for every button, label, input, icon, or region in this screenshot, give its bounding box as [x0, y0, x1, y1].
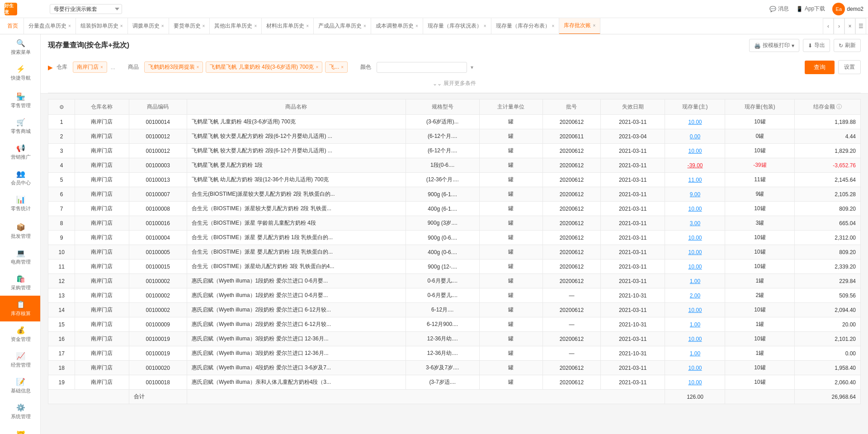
cell-qty-main[interactable]: 10.00: [665, 303, 725, 317]
tab-close-icon[interactable]: ×: [68, 24, 71, 28]
cell-amount: 2,094.40: [795, 303, 861, 317]
tab-xiancunzhuang[interactable]: 现存量（库存状况表） ×: [423, 18, 491, 34]
cell-qty-main[interactable]: 10.00: [665, 332, 725, 346]
settings-button[interactable]: 设置: [838, 60, 861, 74]
sidebar-item-marketing[interactable]: 📢 营销推广: [0, 139, 40, 165]
sidebar-item-system[interactable]: ⚙️ 系统管理: [0, 399, 40, 425]
query-button[interactable]: 查询: [805, 61, 835, 74]
col-warehouse[interactable]: 仓库名称: [75, 99, 129, 115]
sidebar-item-inventory[interactable]: 📋 库存核算: [0, 296, 40, 321]
col-batch[interactable]: 批号: [542, 99, 601, 115]
tab-zuzhuang[interactable]: 组装拆卸单历史 ×: [76, 18, 128, 34]
tab-xiancunfenbu[interactable]: 现存量（库存分布表） ×: [491, 18, 560, 34]
sidebar-item-collab[interactable]: 🤝 企业协同: [0, 425, 40, 434]
cell-expire: 2021-03-11: [601, 245, 665, 259]
cell-qty-main[interactable]: 10.00: [665, 375, 725, 390]
table-row: 3 南岸门店 00100012 飞鹤星飞帆 较大婴儿配方奶粉 2段(6-12个月…: [48, 144, 861, 158]
cell-qty-main[interactable]: 1.00: [665, 317, 725, 332]
tab-menu-btn[interactable]: ☰: [855, 18, 866, 34]
col-qty-main[interactable]: 现存量(主): [665, 99, 725, 115]
cell-qty-main[interactable]: 3.00: [665, 216, 725, 231]
export-btn[interactable]: ⬇ 导出: [803, 39, 830, 52]
tab-home[interactable]: 首页: [2, 18, 24, 34]
cell-name: 惠氏启赋（Wyeth illuma）2段奶粉 爱尔兰进口 6-12月较...: [187, 317, 406, 332]
expand-conditions-btn[interactable]: ⌄⌄ 展开更多条件: [48, 78, 861, 89]
tab-close-icon[interactable]: ×: [415, 24, 418, 28]
sidebar-item-ecommerce[interactable]: 💻 电商管理: [0, 244, 40, 270]
sidebar-item-retail-store[interactable]: 🛒 零售商城: [0, 113, 40, 139]
cell-qty-main[interactable]: 10.00: [665, 361, 725, 375]
sidebar-item-operations[interactable]: 📈 经营管理: [0, 347, 40, 373]
tab-prev-btn[interactable]: ‹: [823, 18, 834, 34]
user-profile[interactable]: Ea demo2: [832, 3, 863, 15]
cell-qty-main[interactable]: 9.00: [665, 187, 725, 202]
cell-amount: 229.84: [795, 274, 861, 288]
col-code[interactable]: 商品编码: [129, 99, 187, 115]
cell-qty-main[interactable]: 10.00: [665, 245, 725, 259]
cell-qty-pkg: 0罐: [725, 129, 795, 144]
cell-qty-main[interactable]: 2.00: [665, 288, 725, 303]
col-settings[interactable]: ⚙: [48, 99, 75, 115]
tab-chengbentiao[interactable]: 成本调整单历史 ×: [371, 18, 423, 34]
refresh-btn[interactable]: ↻ 刷新: [834, 39, 861, 52]
tab-close-icon[interactable]: ×: [593, 23, 595, 28]
cell-qty-main[interactable]: 10.00: [665, 144, 725, 158]
sidebar-item-search[interactable]: 🔍 搜索菜单: [0, 34, 40, 60]
tab-diaob[interactable]: 调拨单历史 ×: [128, 18, 169, 34]
tab-close-icon[interactable]: ×: [161, 24, 164, 28]
app-download-btn[interactable]: 📱 App下载: [796, 5, 825, 13]
col-name[interactable]: 商品名称: [187, 99, 406, 115]
tab-chengpin[interactable]: 产成品入库单历史 ×: [314, 18, 371, 34]
warehouse-more[interactable]: ...: [111, 64, 115, 71]
tab-close-icon[interactable]: ×: [552, 24, 555, 28]
sidebar-item-purchase[interactable]: 🛍️ 采购管理: [0, 270, 40, 296]
col-unit[interactable]: 主计量单位: [479, 99, 542, 115]
color-input[interactable]: [377, 62, 467, 73]
store-selector[interactable]: 母婴行业演示账套: [50, 4, 122, 14]
cell-qty-main[interactable]: 10.00: [665, 231, 725, 245]
tab-close-all-btn[interactable]: ×: [844, 18, 855, 34]
cell-qty-main[interactable]: 11.00: [665, 173, 725, 187]
tab-kucunpici[interactable]: 库存批次账 ×: [559, 18, 600, 34]
tab-close-icon[interactable]: ×: [120, 24, 123, 28]
footer-total-qty: 126.00: [665, 390, 725, 404]
sidebar-item-members[interactable]: 👥 会员中心: [0, 165, 40, 191]
tab-cailiao[interactable]: 材料出库单历史 ×: [262, 18, 314, 34]
cell-qty-main[interactable]: 1.00: [665, 274, 725, 288]
col-amount[interactable]: 结存金额 ⓘ: [795, 99, 861, 115]
tab-close-icon[interactable]: ×: [363, 24, 366, 28]
product-tag-2-close[interactable]: ×: [316, 65, 318, 70]
sidebar-item-basic[interactable]: 📝 基础信息: [0, 373, 40, 399]
cell-qty-pkg: 1罐: [725, 346, 795, 361]
tab-close-icon[interactable]: ×: [203, 24, 205, 28]
tab-close-icon[interactable]: ×: [484, 24, 486, 28]
tab-next-btn[interactable]: ›: [834, 18, 844, 34]
product-tag-1-close[interactable]: ×: [197, 65, 199, 70]
cell-amount: 2,101.20: [795, 332, 861, 346]
color-dropdown-icon[interactable]: ▾: [471, 64, 473, 71]
col-qty-pkg[interactable]: 现存量(包装): [725, 99, 795, 115]
cell-qty-main[interactable]: 10.00: [665, 202, 725, 216]
product-tag-3-close[interactable]: ×: [341, 65, 344, 70]
sidebar-item-retail-mgmt[interactable]: 🏪 零售管理: [0, 88, 40, 113]
col-spec[interactable]: 规格型号: [406, 99, 479, 115]
message-btn[interactable]: 💬 消息: [769, 5, 789, 13]
cell-qty-main[interactable]: 0.00: [665, 129, 725, 144]
tab-yaohuo[interactable]: 要货单历史 ×: [169, 18, 210, 34]
col-expire[interactable]: 失效日期: [601, 99, 665, 115]
print-btn[interactable]: 🖨️ 按模板打印 ▾: [749, 39, 799, 52]
tab-close-icon[interactable]: ×: [306, 24, 309, 28]
tab-fenliangpandian[interactable]: 分量盘点单历史 ×: [24, 18, 76, 34]
sidebar-item-finance[interactable]: 💰 资金管理: [0, 321, 40, 347]
warehouse-tag-close[interactable]: ×: [100, 65, 103, 70]
expand-arrow[interactable]: ▶: [48, 64, 53, 71]
sidebar-item-quicknav[interactable]: ⚡ 快捷导航: [0, 60, 40, 86]
cell-qty-main[interactable]: 1.00: [665, 346, 725, 361]
cell-qty-main[interactable]: -39.00: [665, 158, 725, 173]
cell-qty-main[interactable]: 10.00: [665, 259, 725, 274]
sidebar-item-wholesale[interactable]: 📦 批发管理: [0, 218, 40, 244]
sidebar-item-retail-stats[interactable]: 📊 零售统计: [0, 191, 40, 217]
tab-qtchuku[interactable]: 其他出库单历史 ×: [210, 18, 262, 34]
tab-close-icon[interactable]: ×: [254, 24, 257, 28]
cell-qty-main[interactable]: 10.00: [665, 115, 725, 129]
